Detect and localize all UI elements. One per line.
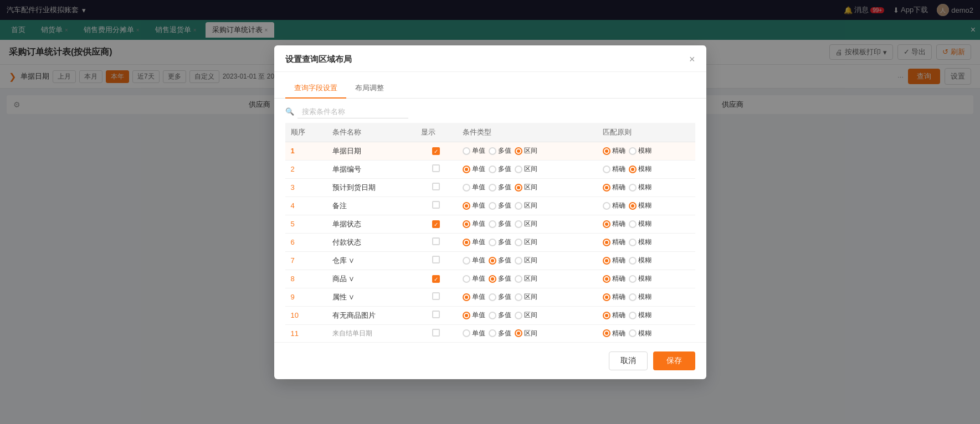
radio-item-模糊[interactable]: 模糊: [629, 274, 651, 283]
radio-label-区间: 区间: [524, 164, 537, 174]
radio-item-精确[interactable]: 精确: [603, 164, 625, 174]
radio-label-多值: 多值: [498, 329, 511, 338]
radio-item-单值[interactable]: 单值: [463, 237, 485, 247]
radio-item-模糊[interactable]: 模糊: [629, 164, 651, 174]
show-checkbox-4[interactable]: ✓: [432, 220, 440, 228]
show-checkbox-8[interactable]: [432, 292, 440, 300]
radio-item-精确[interactable]: 精确: [603, 201, 625, 210]
radio-circle-精确: [603, 220, 610, 228]
radio-item-精确[interactable]: 精确: [603, 256, 625, 265]
radio-item-模糊[interactable]: 模糊: [629, 237, 651, 247]
radio-item-多值[interactable]: 多值: [489, 311, 511, 320]
show-checkbox-10[interactable]: [432, 329, 440, 337]
show-checkbox-6[interactable]: [432, 256, 440, 263]
radio-label-精确: 精确: [612, 201, 625, 210]
radio-item-精确[interactable]: 精确: [603, 237, 625, 247]
radio-item-模糊[interactable]: 模糊: [629, 146, 651, 156]
radio-item-区间[interactable]: 区间: [515, 329, 537, 338]
radio-item-精确[interactable]: 精确: [603, 183, 625, 192]
show-checkbox-1[interactable]: [432, 164, 440, 172]
radio-item-区间[interactable]: 区间: [515, 292, 537, 302]
show-checkbox-7[interactable]: ✓: [432, 275, 440, 283]
radio-item-模糊[interactable]: 模糊: [629, 219, 651, 229]
radio-item-多值[interactable]: 多值: [489, 219, 511, 229]
radio-item-单值[interactable]: 单值: [463, 256, 485, 265]
match-cell: 精确 模糊: [597, 251, 695, 270]
show-checkbox-2[interactable]: [432, 183, 440, 190]
type-cell: 单值 多值 区间: [457, 288, 597, 306]
dialog-close-button[interactable]: ×: [689, 54, 695, 64]
radio-item-多值[interactable]: 多值: [489, 183, 511, 192]
radio-label-模糊: 模糊: [638, 164, 651, 174]
radio-circle-区间: [515, 166, 522, 173]
radio-item-区间[interactable]: 区间: [515, 274, 537, 283]
radio-item-模糊[interactable]: 模糊: [629, 329, 651, 338]
radio-item-区间[interactable]: 区间: [515, 237, 537, 247]
show-checkbox-5[interactable]: [432, 237, 440, 245]
radio-item-精确[interactable]: 精确: [603, 146, 625, 156]
radio-item-多值[interactable]: 多值: [489, 256, 511, 265]
radio-item-多值[interactable]: 多值: [489, 146, 511, 156]
show-checkbox-0[interactable]: ✓: [432, 147, 440, 155]
radio-label-单值: 单值: [472, 274, 485, 283]
radio-item-单值[interactable]: 单值: [463, 274, 485, 283]
order-number: 8: [291, 275, 295, 283]
radio-item-多值[interactable]: 多值: [489, 274, 511, 283]
radio-item-多值[interactable]: 多值: [489, 201, 511, 210]
radio-item-单值[interactable]: 单值: [463, 146, 485, 156]
radio-item-模糊[interactable]: 模糊: [629, 256, 651, 265]
radio-item-单值[interactable]: 单值: [463, 329, 485, 338]
name-cell: 仓库 ∨: [327, 251, 415, 270]
radio-item-单值[interactable]: 单值: [463, 183, 485, 192]
save-button[interactable]: 保存: [653, 351, 695, 370]
radio-label-多值: 多值: [498, 237, 511, 247]
show-cell: [415, 306, 457, 324]
radio-item-精确[interactable]: 精确: [603, 219, 625, 229]
radio-circle-单值: [463, 184, 470, 192]
radio-item-多值[interactable]: 多值: [489, 237, 511, 247]
th-name: 条件名称: [327, 123, 415, 142]
radio-item-多值[interactable]: 多值: [489, 164, 511, 174]
radio-item-多值[interactable]: 多值: [489, 329, 511, 338]
radio-item-多值[interactable]: 多值: [489, 292, 511, 302]
radio-item-精确[interactable]: 精确: [603, 329, 625, 338]
order-cell: 9: [285, 288, 327, 306]
radio-item-单值[interactable]: 单值: [463, 292, 485, 302]
tab-query-fields[interactable]: 查询字段设置: [285, 79, 346, 99]
radio-circle-单值: [463, 312, 470, 319]
radio-item-单值[interactable]: 单值: [463, 219, 485, 229]
match-cell: 精确 模糊: [597, 197, 695, 215]
radio-item-区间[interactable]: 区间: [515, 201, 537, 210]
radio-item-模糊[interactable]: 模糊: [629, 311, 651, 320]
radio-item-区间[interactable]: 区间: [515, 219, 537, 229]
radio-item-精确[interactable]: 精确: [603, 311, 625, 320]
show-checkbox-3[interactable]: [432, 201, 440, 209]
radio-item-区间[interactable]: 区间: [515, 183, 537, 192]
radio-item-模糊[interactable]: 模糊: [629, 292, 651, 302]
radio-item-精确[interactable]: 精确: [603, 292, 625, 302]
radio-item-区间[interactable]: 区间: [515, 256, 537, 265]
radio-label-多值: 多值: [498, 219, 511, 229]
conditions-table: 顺序 条件名称 显示 条件类型 匹配原则 1 单据日期 ✓ 单值 多值 区间: [285, 123, 695, 342]
tab-layout-adjust[interactable]: 布局调整: [346, 79, 393, 99]
radio-item-模糊[interactable]: 模糊: [629, 183, 651, 192]
show-checkbox-9[interactable]: [432, 311, 440, 318]
radio-circle-精确: [603, 147, 610, 155]
radio-item-模糊[interactable]: 模糊: [629, 201, 651, 210]
radio-item-区间[interactable]: 区间: [515, 146, 537, 156]
radio-label-精确: 精确: [612, 256, 625, 265]
radio-item-区间[interactable]: 区间: [515, 311, 537, 320]
radio-item-单值[interactable]: 单值: [463, 201, 485, 210]
radio-label-多值: 多值: [498, 311, 511, 320]
radio-label-精确: 精确: [612, 329, 625, 338]
radio-item-单值[interactable]: 单值: [463, 311, 485, 320]
radio-item-精确[interactable]: 精确: [603, 274, 625, 283]
order-number: 3: [291, 183, 295, 192]
search-input[interactable]: [297, 105, 408, 118]
radio-item-单值[interactable]: 单值: [463, 164, 485, 174]
radio-circle-多值: [489, 166, 496, 173]
radio-item-区间[interactable]: 区间: [515, 164, 537, 174]
cancel-button[interactable]: 取消: [609, 351, 648, 370]
radio-circle-精确: [603, 202, 610, 210]
table-row: 8 商品 ∨ ✓ 单值 多值 区间 精确 模糊: [285, 270, 695, 288]
